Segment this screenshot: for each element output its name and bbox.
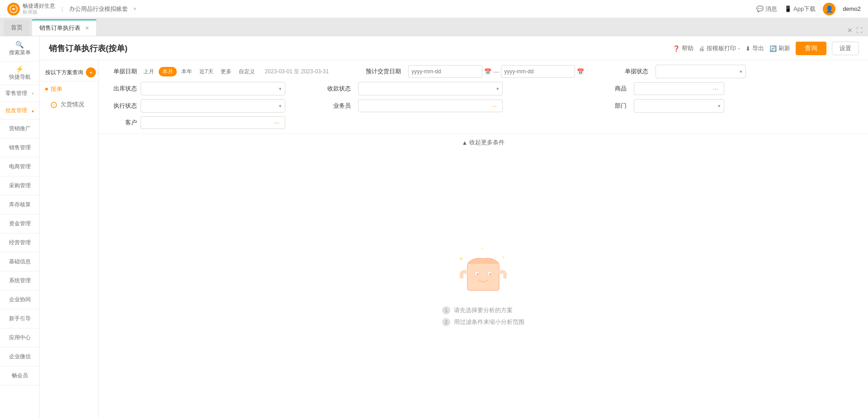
customer-dots-icon[interactable]: ··· — [272, 119, 281, 126]
sidebar-appcenter[interactable]: 应用中心 — [0, 328, 39, 347]
empty-step-2: 2 用过滤条件来缩小分析范围 — [442, 318, 524, 326]
sidebar-newbie[interactable]: 新手引导 — [0, 309, 39, 328]
expected-from-input[interactable] — [408, 65, 482, 78]
order-status-section: 单据状态 — [619, 65, 859, 78]
date-range-display: 2023-03-01 至 2023-03-31 — [265, 68, 329, 76]
export-btn[interactable]: ⬇ 导出 — [745, 44, 764, 52]
exec-status-label: 执行状态 — [108, 102, 137, 110]
collapse-btn[interactable]: ▲ 收起更多条件 — [462, 138, 505, 147]
dept-label: 部门 — [597, 102, 627, 110]
sidebar-retail[interactable]: 零售管理 ▾ — [0, 85, 39, 102]
sidebar-basic-info[interactable]: 基础信息 — [0, 252, 39, 271]
sidebar-member[interactable]: 畅会员 — [0, 366, 39, 385]
breadcrumb-title: 办公用品行业模拟账套 — [69, 5, 128, 13]
date-this-year[interactable]: 本年 — [179, 67, 195, 76]
svg-text:✦: ✦ — [501, 255, 505, 260]
sidebar-quick-nav[interactable]: ⚡ 快捷导航 — [0, 62, 39, 85]
date-this-month[interactable]: 本月 — [159, 67, 177, 76]
tab-close-btn[interactable]: ✕ — [847, 27, 853, 34]
app-download-action[interactable]: 📱 App下载 — [784, 5, 816, 13]
dept-select[interactable] — [634, 99, 724, 113]
avatar: 👤 — [823, 3, 835, 15]
salesman-dots-icon[interactable]: ··· — [490, 102, 499, 109]
goods-input[interactable] — [638, 86, 711, 92]
empty-step-1: 1 请先选择要分析的方案 — [442, 306, 524, 314]
content-wrapper: 按以下方案查询 + ✎ « 按单 ! — [40, 60, 868, 418]
tab-expand-btn[interactable]: ⛶ — [856, 27, 863, 34]
sidebar-search[interactable]: 🔍 搜索菜单 — [0, 36, 39, 62]
sidebar-wholesale[interactable]: 批发管理 ▴ — [0, 102, 39, 119]
print-arrow-icon: ▾ — [738, 46, 740, 51]
date-7days[interactable]: 近7天 — [197, 67, 216, 76]
svg-point-6 — [476, 273, 479, 276]
customer-input-wrap: ··· — [141, 116, 285, 129]
empty-steps: 1 请先选择要分析的方案 2 用过滤条件来缩小分析范围 — [442, 306, 524, 326]
sidebar-ecommerce[interactable]: 电商管理 — [0, 157, 39, 176]
goods-section: 商品 ··· — [597, 82, 859, 95]
logo-text: 畅捷通好生意 标准版 — [23, 3, 55, 15]
exec-status-select[interactable] — [141, 99, 285, 113]
collection-status-select[interactable] — [358, 82, 503, 95]
sidebar-purchase[interactable]: 采购管理 — [0, 176, 39, 195]
scheme-backorder-item[interactable]: ! 欠货情况 — [40, 97, 98, 112]
right-content: 单据日期 上月 本月 本年 近7天 更多 自定义 2023-03-01 至 20… — [99, 60, 868, 418]
goods-label: 商品 — [597, 85, 627, 93]
help-icon: ❓ — [673, 45, 680, 52]
customer-input[interactable] — [145, 119, 272, 126]
logo-area: 畅捷通好生意 标准版 — [7, 3, 55, 15]
date-more[interactable]: 更多 — [218, 67, 234, 76]
scheme-header: 按以下方案查询 + ✎ « — [40, 64, 98, 81]
sidebar-finance[interactable]: 资金管理 — [0, 214, 39, 233]
svg-point-7 — [489, 273, 491, 276]
tab-bar: 首页 销售订单执行表 ✕ ✕ ⛶ — [0, 18, 868, 36]
phone-icon: 📱 — [784, 5, 792, 12]
sidebar-enterprise[interactable]: 企业协同 — [0, 290, 39, 309]
print-btn[interactable]: 🖨 按模板打印 ▾ — [699, 44, 740, 52]
salesman-input[interactable] — [362, 103, 490, 109]
dept-select-wrap — [634, 99, 724, 113]
filter-row4: 客户 ··· — [99, 113, 868, 129]
sidebar-sales[interactable]: 销售管理 — [0, 138, 39, 157]
salesman-label: 业务员 — [321, 102, 351, 110]
query-button[interactable]: 查询 — [796, 42, 826, 55]
order-status-select[interactable] — [656, 65, 746, 78]
svg-text:✦: ✦ — [481, 247, 484, 251]
expected-delivery-range: 📅 — 📅 — [408, 65, 553, 78]
date-custom[interactable]: 自定义 — [236, 67, 258, 76]
expected-delivery-section: 预计交货日期 📅 — 📅 — [365, 65, 605, 78]
breadcrumb-arrow[interactable]: ▾ — [133, 5, 137, 12]
collection-status-select-wrap — [358, 82, 503, 95]
svg-text:✦: ✦ — [458, 255, 464, 262]
printer-icon: 🖨 — [699, 45, 705, 52]
tab-close-icon[interactable]: ✕ — [85, 25, 89, 31]
delivery-status-select[interactable] — [141, 82, 285, 95]
refresh-btn[interactable]: 🔄 刷新 — [769, 44, 790, 52]
svg-text:!: ! — [53, 103, 55, 108]
sidebar-operations[interactable]: 经营管理 — [0, 233, 39, 252]
scheme-order-item[interactable]: 按单 — [40, 81, 98, 97]
tab-sales-order[interactable]: 销售订单执行表 ✕ — [32, 19, 97, 36]
header-right: 💬 消息 📱 App下载 👤 demo2 — [756, 3, 861, 15]
sidebar-marketing[interactable]: 营销推广 — [0, 119, 39, 138]
help-btn[interactable]: ❓ 帮助 — [673, 44, 693, 52]
settings-button[interactable]: 设置 — [832, 42, 859, 55]
tab-home[interactable]: 首页 — [4, 19, 30, 36]
logo-icon — [7, 3, 20, 15]
goods-dots-icon[interactable]: ··· — [711, 85, 720, 92]
add-scheme-btn[interactable]: + — [86, 67, 96, 77]
delivery-status-label: 出库状态 — [108, 85, 137, 93]
sidebar-system[interactable]: 系统管理 — [0, 271, 39, 290]
delivery-status-select-wrap — [141, 82, 285, 95]
collapse-row: ▲ 收起更多条件 — [99, 133, 868, 151]
top-header: 畅捷通好生意 标准版 | 办公用品行业模拟账套 ▾ 💬 消息 📱 App下载 👤… — [0, 0, 868, 18]
expected-to-input[interactable] — [501, 65, 575, 78]
sidebar-inventory[interactable]: 库存核算 — [0, 195, 39, 214]
sub-item-label: ! — [51, 101, 58, 108]
date-range-sep: — — [493, 68, 499, 75]
sidebar-wechat[interactable]: 企业微信 — [0, 347, 39, 366]
expected-delivery-label: 预计交货日期 — [365, 67, 401, 76]
message-action[interactable]: 💬 消息 — [756, 5, 777, 13]
collection-status-label: 收款状态 — [321, 85, 351, 93]
wholesale-arrow-icon: ▴ — [32, 108, 34, 113]
date-last-month[interactable]: 上月 — [141, 67, 157, 76]
